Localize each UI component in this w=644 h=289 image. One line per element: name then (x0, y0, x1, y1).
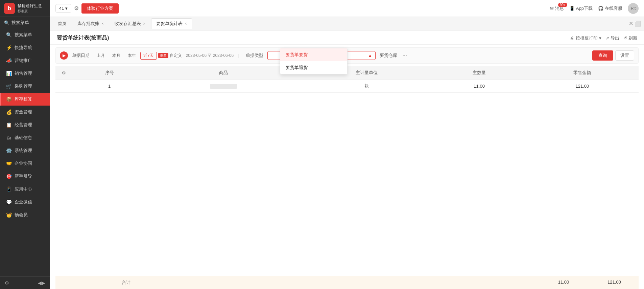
sidebar-item-enterprise[interactable]: 🤝企业协同 (0, 157, 50, 170)
restore-icon[interactable]: ⬜ (635, 20, 641, 27)
row-unit: 块 (301, 80, 432, 93)
table-row: 1 块 11.00 121.00 (55, 80, 639, 93)
row-amount: 121.00 (526, 80, 639, 93)
sidebar-item-search[interactable]: 🔍搜索菜单 (0, 28, 50, 41)
nav-icon-wechat: 💬 (6, 199, 12, 205)
nav-icon-search: 🔍 (6, 32, 12, 38)
tab-home[interactable]: 首页 (53, 18, 72, 29)
topbar-settings-icon[interactable]: ⚙ (74, 5, 79, 12)
sidebar-item-system[interactable]: ⚙️系统管理 (0, 144, 50, 157)
sidebar-item-basic[interactable]: 🗂基础信息 (0, 131, 50, 144)
row-index: 1 (72, 80, 146, 93)
tab-batch[interactable]: 库存批次账 × (72, 18, 109, 29)
export-action[interactable]: ↗ 导出 (605, 35, 619, 41)
logo-text: 畅捷通好生意 标准版 (18, 3, 42, 13)
sidebar-item-quicknav[interactable]: ⚡快捷导航 (0, 41, 50, 54)
sidebar-item-sales[interactable]: 📊销售管理 (0, 67, 50, 80)
topbar: 41 ▾ ⚙ 体验行业方案 ✉ 消息 99+ 📱 App下载 🎧 在线客服 (50, 0, 644, 17)
col-settings-icon[interactable]: ⚙ (55, 66, 72, 80)
sidebar-item-inventory[interactable]: 📦库存核算 (0, 93, 50, 106)
tabbar: 首页库存批次账 ×收发存汇总表 ×要货单统计表 × ✕ ⬜ (50, 17, 644, 30)
settings-button[interactable]: 设置 (615, 50, 634, 61)
tab-label-batch: 库存批次账 (77, 21, 99, 27)
sidebar-item-member[interactable]: 👑畅会员 (0, 208, 50, 221)
user-avatar-item[interactable]: Rit (628, 3, 639, 14)
app-logo: b 畅捷通好生意 标准版 (0, 0, 50, 17)
settings-bottom-icon[interactable]: ⚙ (5, 280, 9, 286)
sidebar-item-wechat[interactable]: 💬企业微信 (0, 196, 50, 208)
footer-amount: 121.00 (594, 280, 635, 286)
row-quantity: 11.00 (432, 80, 526, 93)
row-product (146, 80, 301, 93)
sidebar-search[interactable]: 🔍 搜索菜单 (0, 17, 50, 28)
sidebar-item-guide[interactable]: 🎯新手引导 (0, 170, 50, 183)
nav-label-purchase: 采购管理 (15, 83, 32, 89)
nav-label-member: 畅会员 (15, 212, 28, 218)
nav-icon-guide: 🎯 (6, 174, 12, 179)
filter-warehouse-dots-icon[interactable]: ··· (403, 52, 407, 59)
date-filter-label: 单据日期 (72, 52, 90, 59)
filter-custom-btn[interactable]: 自定义 (170, 53, 182, 59)
nav-icon-operation: 📋 (6, 122, 12, 128)
online-service-item[interactable]: 🎧 在线客服 (598, 5, 622, 12)
nav-label-system: 系统管理 (15, 148, 32, 154)
footer-label: 合计 (59, 280, 137, 286)
tab-label-sendreceive: 收发存汇总表 (115, 21, 141, 27)
tab-close-sendreceive[interactable]: × (143, 21, 145, 26)
table-body: 1 块 11.00 121.00 (55, 80, 639, 93)
filter-this-month[interactable]: 本月 (109, 52, 123, 60)
nav-icon-finance: 💰 (6, 109, 12, 115)
sidebar-bottom: ⚙ ◀▶ (0, 276, 50, 289)
sidebar-item-finance[interactable]: 💰资金管理 (0, 106, 50, 118)
close-all-icon[interactable]: ✕ (629, 20, 633, 27)
sidebar-item-operation[interactable]: 📋经营管理 (0, 118, 50, 131)
filter-more-badge[interactable]: 更多 (158, 53, 168, 58)
topbar-right: ✉ 消息 99+ 📱 App下载 🎧 在线客服 Rit (550, 3, 639, 14)
collapse-icon[interactable]: ◀▶ (38, 280, 45, 286)
dropdown-item-1[interactable]: 要货单退货 (280, 61, 347, 74)
col-quantity: 主数量 (432, 66, 526, 80)
tab-sendreceive[interactable]: 收发存汇总表 × (110, 18, 150, 29)
type-dropdown: 要货单要货 要货单退货 (280, 48, 348, 74)
messages-badge: 99+ (558, 3, 567, 7)
company-selector[interactable]: 41 ▾ (55, 4, 71, 13)
app-download-item[interactable]: 📱 App下载 (569, 5, 593, 12)
nav-label-appstore: 应用中心 (15, 186, 32, 192)
tab-close-requisition[interactable]: × (185, 21, 187, 26)
sidebar-item-marketing[interactable]: 📣营销推广 (0, 54, 50, 67)
nav-label-guide: 新手引导 (15, 173, 32, 179)
nav-icon-basic: 🗂 (6, 135, 12, 140)
sidebar-nav: 🔍搜索菜单⚡快捷导航📣营销推广📊销售管理🛒采购管理📦库存核算💰资金管理📋经营管理… (0, 28, 50, 276)
col-amount: 零售金额 (526, 66, 639, 80)
dropdown-item-0[interactable]: 要货单要货 (280, 48, 347, 61)
filter-last-7days[interactable]: 近7天 (140, 52, 157, 60)
filter-this-year[interactable]: 本年 (125, 52, 139, 60)
industry-btn[interactable]: 体验行业方案 (81, 3, 119, 14)
nav-icon-enterprise: 🤝 (6, 161, 12, 166)
print-action[interactable]: 🖨 按模板打印 ▾ (570, 35, 601, 41)
tab-requisition[interactable]: 要货单统计表 × (151, 18, 192, 29)
sidebar-item-appstore[interactable]: 📱应用中心 (0, 183, 50, 196)
page-content: 要货单统计表(按商品) 🖨 按模板打印 ▾ ↗ 导出 ↺ 刷新 ▶ (50, 30, 644, 289)
filter-expand-btn[interactable]: ▶ (60, 51, 68, 60)
query-button[interactable]: 查询 (592, 50, 613, 61)
print-icon: 🖨 (570, 36, 574, 41)
nav-label-marketing: 营销推广 (15, 58, 32, 64)
nav-icon-sales: 📊 (6, 71, 12, 76)
nav-icon-member: 👑 (6, 212, 12, 218)
chevron-down-icon: ▾ (65, 6, 68, 11)
refresh-action[interactable]: ↺ 刷新 (623, 35, 637, 41)
message-icon: ✉ (550, 6, 554, 11)
print-chevron-icon: ▾ (599, 36, 601, 41)
filter-type-chevron-icon[interactable]: ▲ (365, 51, 375, 60)
nav-label-wechat: 企业微信 (15, 199, 32, 205)
nav-label-inventory: 库存核算 (15, 96, 32, 102)
nav-icon-quicknav: ⚡ (6, 45, 12, 50)
tab-close-batch[interactable]: × (101, 21, 104, 26)
logo-icon: b (4, 3, 15, 14)
sidebar-item-purchase[interactable]: 🛒采购管理 (0, 80, 50, 93)
filter-actions: 查询 设置 (592, 50, 634, 61)
filter-last-month[interactable]: 上月 (94, 52, 108, 60)
tab-label-requisition: 要货单统计表 (156, 21, 183, 27)
messages-item[interactable]: ✉ 消息 99+ (550, 5, 564, 12)
